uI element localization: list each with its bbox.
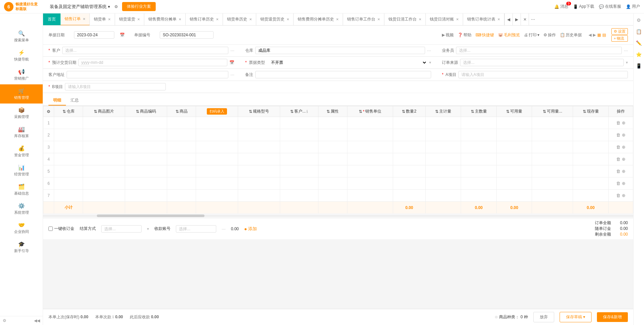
right-panel-icon-2[interactable]: 📋 <box>635 28 643 36</box>
tab-home[interactable]: 首页 <box>43 13 61 26</box>
settlement-input[interactable] <box>101 225 142 233</box>
addr-dots-btn[interactable]: ··· <box>230 72 234 77</box>
col-header-scan[interactable]: 扫码录入 <box>196 106 238 117</box>
app-download-link[interactable]: 📱 App下载 <box>573 4 594 9</box>
col-header-sales-unit[interactable]: ⇅*销售单位 <box>347 106 393 117</box>
expected-date-input[interactable] <box>78 59 227 66</box>
sidebar-item-guide[interactable]: 🎓 新手引导 <box>0 238 43 257</box>
sidebar-item-inventory[interactable]: 🏭 库存核算 <box>0 123 43 142</box>
horizontal-scrollbar[interactable] <box>43 214 633 217</box>
row-copy-button[interactable]: ⊕ <box>622 132 626 137</box>
settings-icon[interactable]: ⚙ <box>113 3 119 10</box>
tab-close-icon[interactable]: ✕ <box>497 17 500 21</box>
tab-cash-reconcile[interactable]: 钱货日清对账 ✕ <box>426 13 463 26</box>
history-link[interactable]: 📋 历史单据 <box>560 32 582 38</box>
customer-dots-btn[interactable]: ··· <box>230 48 234 53</box>
discard-button[interactable]: 放弃 <box>533 312 554 322</box>
single-date-input[interactable] <box>74 31 114 39</box>
industry-solution-button[interactable]: 体验行业方案 <box>122 2 156 11</box>
tab-sales-invoice-history[interactable]: 销货单历史 ✕ <box>223 13 256 26</box>
ticket-type-select[interactable]: 不开票 增值税普票 增值税专票 <box>267 59 427 66</box>
row-copy-button[interactable]: ⊕ <box>622 145 626 150</box>
settings-button[interactable]: ⚙ 设置 <box>611 28 628 35</box>
one-click-collect-check[interactable] <box>48 227 53 231</box>
tab-close-icon[interactable]: ✕ <box>456 17 459 21</box>
row-delete-button[interactable]: 🗑 <box>616 157 620 162</box>
tab-sales-order[interactable]: 销售订单 ✕ <box>61 13 90 26</box>
single-no-input[interactable] <box>160 31 214 39</box>
row-delete-button[interactable]: 🗑 <box>616 132 620 137</box>
tab-more-button[interactable]: ⋯ <box>529 13 537 26</box>
tab-close-icon[interactable]: ✕ <box>419 17 421 21</box>
notification-bell[interactable]: 🔔 9 消息 <box>554 4 568 9</box>
sidebar-item-enterprise[interactable]: 🤝 企业协同 <box>0 218 43 238</box>
salesperson-dots-btn[interactable]: ··· <box>624 48 628 53</box>
row-delete-button[interactable]: 🗑 <box>616 193 620 198</box>
profit-preview-link[interactable]: 🐷 毛利预览 <box>498 32 520 38</box>
order-source-input[interactable] <box>460 59 624 66</box>
settlement-dropdown-icon[interactable]: ▾ <box>147 227 149 231</box>
sidebar-item-marketing[interactable]: 📢 营销推广 <box>0 65 43 84</box>
warehouse-input[interactable] <box>255 47 425 54</box>
tab-close-icon[interactable]: ✕ <box>179 17 181 21</box>
col-header-available[interactable]: ⇅可用量 <box>496 106 532 117</box>
receipt-account-input[interactable] <box>176 225 216 233</box>
row-copy-button[interactable]: ⊕ <box>622 120 626 125</box>
add-material-button[interactable]: + 物流 <box>611 35 628 42</box>
tab-sales-return-history[interactable]: 销货退货历史 ✕ <box>256 13 294 26</box>
header-nav-next[interactable]: ▶ <box>593 33 596 37</box>
col-header-available2[interactable]: ⇅可用量... <box>532 106 573 117</box>
header-grid-view[interactable]: ▦ <box>597 33 601 37</box>
header-list-view[interactable]: ▤ <box>602 33 606 37</box>
sidebar-item-purchase[interactable]: 📦 采购管理 <box>0 104 43 123</box>
shortcut-link[interactable]: ⌨ 快捷键 <box>476 32 494 38</box>
sidebar-item-system[interactable]: ⚙️ 系统管理 <box>0 199 43 218</box>
tab-close-icon[interactable]: ✕ <box>108 17 111 21</box>
customer-input[interactable] <box>62 47 229 54</box>
tab-sales-workbench[interactable]: 销售订单工作台 ✕ <box>343 13 384 26</box>
sidebar-item-shortcuts[interactable]: ⚡ 快捷导航 <box>0 46 43 65</box>
row-delete-button[interactable]: 🗑 <box>616 169 620 174</box>
b-project-input[interactable] <box>65 83 166 90</box>
row-copy-button[interactable]: ⊕ <box>622 169 626 174</box>
receipt-dots-btn[interactable]: ··· <box>222 226 226 232</box>
col-header-product-code[interactable]: ⇅商品编码 <box>125 106 167 117</box>
sidebar-settings-icon[interactable]: ⚙ <box>3 318 6 323</box>
col-header-spec[interactable]: ⇅规格型号 <box>238 106 280 117</box>
sidebar-item-sales[interactable]: 🛒 销售管理 <box>0 84 43 104</box>
tab-sales-invoice[interactable]: 销货单 ✕ <box>90 13 115 26</box>
right-panel-icon-5[interactable]: 📱 <box>635 62 643 70</box>
sidebar-item-search[interactable]: 🔍 搜索菜单 <box>0 27 43 46</box>
col-header-warehouse[interactable]: ⇅仓库 <box>54 106 83 117</box>
sidebar-item-finance[interactable]: 💰 资金管理 <box>0 142 43 161</box>
tab-close-all-button[interactable]: ✕ <box>521 13 529 26</box>
calendar-icon[interactable]: 📅 <box>120 33 125 37</box>
col-header-settings[interactable]: ⚙ <box>43 106 54 117</box>
draft-dropdown-icon[interactable]: ▾ <box>583 315 585 319</box>
col-header-qty2[interactable]: ⇅数量2 <box>393 106 425 117</box>
warehouse-dots-btn[interactable]: ··· <box>427 48 431 53</box>
tab-sub-detail[interactable]: 明细 <box>48 96 66 106</box>
scan-button[interactable]: 扫码录入 <box>207 108 227 115</box>
tab-expense-split-history[interactable]: 销售费用分摊单历史 ✕ <box>294 13 343 26</box>
col-header-customer-code[interactable]: ⇅客户...ℹ <box>280 106 318 117</box>
expected-date-calendar-icon[interactable]: 📅 <box>229 60 234 65</box>
tab-close-icon[interactable]: ✕ <box>216 17 219 21</box>
tab-close-icon[interactable]: ✕ <box>83 17 85 21</box>
sidebar-collapse-icon[interactable]: ◀◀ <box>34 318 40 323</box>
col-header-main-qty[interactable]: ⇅主数量 <box>461 106 497 117</box>
tab-close-icon[interactable]: ✕ <box>336 17 339 21</box>
tab-close-icon[interactable]: ✕ <box>249 17 252 21</box>
customer-addr-input[interactable] <box>67 71 228 78</box>
save-new-button[interactable]: 保存&新增 <box>597 312 628 322</box>
tab-cash-workbench[interactable]: 钱货日清工作台 ✕ <box>384 13 426 26</box>
help-link[interactable]: ❓ 帮助 <box>458 32 471 38</box>
row-copy-button[interactable]: ⊕ <box>622 157 626 162</box>
tab-sales-stat[interactable]: 销售订单统计表 ✕ <box>463 13 504 26</box>
note-input[interactable] <box>255 71 431 78</box>
one-click-collect-checkbox[interactable]: 一键收订金 <box>48 226 74 232</box>
header-nav-prev[interactable]: ◀ <box>589 33 592 37</box>
col-header-product-img[interactable]: ⇅商品图片 <box>83 106 125 117</box>
tab-close-icon[interactable]: ✕ <box>287 17 289 21</box>
row-delete-button[interactable]: 🗑 <box>616 181 620 186</box>
